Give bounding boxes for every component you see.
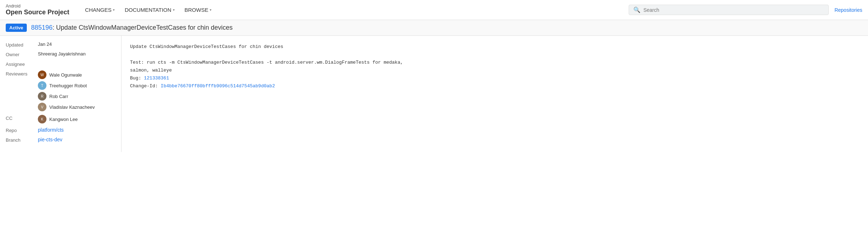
updated-value: Jan 24 <box>38 42 52 47</box>
assignee-row: Assignee <box>6 61 115 67</box>
avatar: T <box>38 81 46 90</box>
svg-text:V: V <box>41 105 44 109</box>
search-bar[interactable]: 🔍 <box>629 5 829 15</box>
list-item: T Treehugger Robot <box>38 81 95 90</box>
avatar: W <box>38 70 46 79</box>
change-number-link[interactable]: 885196 <box>31 24 53 31</box>
owner-row: Owner Shreerag Jayakrishnan <box>6 51 115 57</box>
nav-changes-caret-icon: ▾ <box>113 8 115 12</box>
reviewers-label: Reviewers <box>6 70 38 77</box>
main-nav: CHANGES ▾ DOCUMENTATION ▾ BROWSE ▾ <box>81 5 629 15</box>
owner-label: Owner <box>6 51 38 57</box>
title-bar: Active 885196: Update CtsWindowManagerDe… <box>0 20 868 36</box>
updated-label: Updated <box>6 42 38 48</box>
branch-link[interactable]: pie-cts-dev <box>38 137 62 142</box>
repositories-link[interactable]: Repositories <box>834 7 862 13</box>
logo-area: Android Open Source Project <box>6 4 69 16</box>
reviewer-name: Rob Carr <box>49 94 68 99</box>
commit-message: Update CtsWindowManagerDeviceTestCases f… <box>130 43 859 91</box>
search-icon: 🔍 <box>633 6 640 13</box>
commit-line1: Update CtsWindowManagerDeviceTestCases f… <box>130 44 283 49</box>
branch-label: Branch <box>6 137 38 143</box>
change-title-text: : Update CtsWindowManagerDeviceTestCases… <box>53 24 233 31</box>
cc-row: CC K Kangwon Lee <box>6 115 115 123</box>
search-input[interactable] <box>643 7 824 13</box>
nav-documentation-caret-icon: ▾ <box>173 8 175 12</box>
changeid-link[interactable]: Ib4bbe76670ff80bfffb9096c514d7545ab9d0ab… <box>161 83 275 89</box>
svg-text:R: R <box>41 94 43 98</box>
avatar: R <box>38 92 46 101</box>
change-title: 885196: Update CtsWindowManagerDeviceTes… <box>31 24 233 31</box>
nav-browse-caret-icon: ▾ <box>210 8 211 12</box>
commit-line4: salmon, walleye <box>130 68 172 73</box>
nav-documentation-label: DOCUMENTATION <box>125 7 171 13</box>
svg-text:W: W <box>40 73 44 77</box>
cc-label: CC <box>6 115 38 121</box>
logo-android-text: Android <box>6 4 69 9</box>
left-panel: Updated Jan 24 Owner Shreerag Jayakrishn… <box>0 36 121 152</box>
list-item: R Rob Carr <box>38 92 95 101</box>
reviewers-list: W Wale Ogunwale T Treehugger Robot R Rob… <box>38 70 95 111</box>
avatar: V <box>38 103 46 111</box>
reviewer-name: Vladislav Kaznacheev <box>49 104 95 110</box>
assignee-label: Assignee <box>6 61 38 67</box>
cc-item: K Kangwon Lee <box>38 115 78 123</box>
branch-row: Branch pie-cts-dev <box>6 137 115 143</box>
nav-browse[interactable]: BROWSE ▾ <box>180 5 216 15</box>
bug-label: Bug: <box>130 75 144 81</box>
content: Updated Jan 24 Owner Shreerag Jayakrishn… <box>0 36 868 152</box>
repo-row: Repo platform/cts <box>6 127 115 133</box>
reviewer-name: Treehugger Robot <box>49 83 87 88</box>
updated-row: Updated Jan 24 <box>6 42 115 48</box>
nav-changes-label: CHANGES <box>85 7 111 13</box>
bug-link[interactable]: 121338361 <box>144 75 169 81</box>
svg-text:K: K <box>41 117 44 121</box>
changeid-label: Change-Id: <box>130 83 161 89</box>
owner-value: Shreerag Jayakrishnan <box>38 51 86 57</box>
reviewer-name: Wale Ogunwale <box>49 72 82 78</box>
changeid-line: Change-Id: Ib4bbe76670ff80bfffb9096c514d… <box>130 83 275 89</box>
bug-line: Bug: 121338361 <box>130 75 169 81</box>
nav-changes[interactable]: CHANGES ▾ <box>81 5 119 15</box>
header: Android Open Source Project CHANGES ▾ DO… <box>0 0 868 20</box>
nav-documentation[interactable]: DOCUMENTATION ▾ <box>120 5 179 15</box>
avatar: K <box>38 115 46 123</box>
repo-label: Repo <box>6 127 38 133</box>
list-item: W Wale Ogunwale <box>38 70 95 79</box>
right-panel: Update CtsWindowManagerDeviceTestCases f… <box>121 36 868 152</box>
logo-title-text: Open Source Project <box>6 9 69 16</box>
svg-text:T: T <box>41 84 43 88</box>
repo-link[interactable]: platform/cts <box>38 127 64 133</box>
nav-browse-label: BROWSE <box>185 7 209 13</box>
commit-line3: Test: run cts -m CtsWindowManagerDeviceT… <box>130 60 403 65</box>
cc-person-name: Kangwon Lee <box>49 117 78 122</box>
list-item: V Vladislav Kaznacheev <box>38 103 95 111</box>
reviewers-row: Reviewers W Wale Ogunwale T Treehugger R… <box>6 70 115 111</box>
active-badge: Active <box>6 24 27 32</box>
